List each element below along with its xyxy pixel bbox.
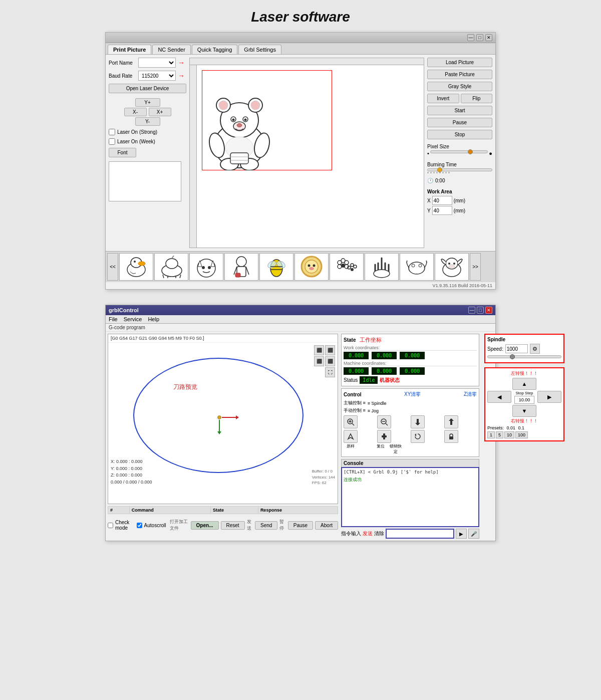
jog-right-btn[interactable]: ▶ (537, 391, 561, 403)
coord-z: Z: 0.000 : 0.000 (111, 472, 152, 479)
thumb-duck[interactable] (119, 253, 153, 281)
thumb-bull[interactable] (435, 253, 469, 281)
jog-left-btn[interactable]: ◀ (487, 391, 511, 403)
thumb-cat[interactable] (189, 253, 223, 281)
label-reset: 复位 (374, 443, 388, 454)
svg-point-31 (208, 266, 211, 269)
paste-picture-btn[interactable]: Paste Picture (427, 70, 492, 79)
console-input-row: 指令输入 发送 清除 ▶ 🎤 (341, 529, 479, 539)
preset-btn-100[interactable]: 100 (515, 431, 528, 438)
z-down-btn[interactable] (411, 415, 425, 428)
open-laser-btn[interactable]: Open Laser Device (109, 84, 186, 93)
svg-point-60 (419, 264, 422, 267)
thumb-girl[interactable] (224, 253, 258, 281)
state-section: State 工作坐标 Work coordinates: 0.000 0.000… (341, 334, 479, 386)
pixel-size-slider[interactable] (430, 150, 488, 153)
reset-btn2[interactable] (411, 430, 425, 443)
svg-point-3 (219, 101, 228, 110)
svg-rect-17 (230, 153, 248, 164)
send-btn[interactable]: Send (255, 521, 277, 530)
grbl-close-btn[interactable]: ✕ (485, 307, 492, 314)
start-btn[interactable]: Start (427, 106, 492, 115)
grbl-titlebar: grblControl — □ ✕ (106, 305, 495, 315)
direction-pad-container: Y+ X- X+ Y- (109, 98, 186, 126)
text-area[interactable] (109, 161, 181, 201)
check-mode-checkbox[interactable] (108, 523, 113, 528)
svg-point-58 (409, 262, 425, 274)
zoom-out-btn[interactable] (377, 415, 391, 428)
y-plus-btn[interactable]: Y+ (135, 98, 160, 107)
lock-btn[interactable] (444, 430, 458, 443)
tab-grbl-settings[interactable]: Grbl Settings (238, 45, 281, 54)
tab-quick-tagging[interactable]: Quick Tagging (192, 45, 238, 54)
console-mic-btn[interactable]: 🎤 (468, 529, 479, 539)
thumb-unicorn[interactable] (154, 253, 188, 281)
svg-rect-78 (382, 435, 387, 437)
work-y-input[interactable] (432, 206, 452, 215)
console-send-btn[interactable]: ▶ (456, 529, 467, 539)
grbl-canvas: [G0 G54 G17 G21 G90 G94 M5 M9 T0 F0 S0.]… (108, 334, 338, 504)
thumb-prev-btn[interactable]: << (107, 253, 118, 281)
laser-week-checkbox[interactable] (109, 138, 115, 145)
thumb-crab[interactable] (400, 253, 434, 281)
jog-presets-row: 1 5 10 100 (487, 431, 561, 438)
laser-strong-checkbox[interactable] (109, 129, 115, 135)
spindle-speed-label: Speed: (487, 346, 503, 352)
autoscroll-checkbox[interactable] (137, 523, 142, 528)
console-input-field[interactable] (386, 529, 454, 539)
maximize-btn[interactable]: □ (476, 34, 483, 41)
z-up-btn[interactable] (444, 415, 458, 428)
grbl-minimize-btn[interactable]: — (468, 307, 475, 314)
spindle-speed-input[interactable] (505, 344, 528, 353)
jog-down-btn[interactable]: ▼ (512, 405, 536, 417)
baud-rate-select[interactable]: 115200 (138, 71, 176, 81)
pause-btn[interactable]: Pause (427, 118, 492, 127)
invert-btn[interactable]: Invert (427, 94, 459, 103)
state-chinese-label: 工作坐标 (360, 336, 382, 344)
grbl-maximize-btn[interactable]: □ (477, 307, 484, 314)
flip-btn[interactable]: Flip (461, 94, 493, 103)
origin-dot (217, 415, 221, 419)
work-x-row: X (mm) (427, 196, 492, 205)
work-x-input[interactable] (432, 196, 452, 205)
thumb-flowers[interactable] (330, 253, 364, 281)
abort-btn[interactable]: Abort (315, 521, 338, 530)
burning-time-slider[interactable] (427, 168, 492, 171)
minimize-btn[interactable]: — (467, 34, 474, 41)
return-origin-btn[interactable] (344, 430, 358, 443)
spindle-jog-labels: 主轴控制 ≡ ≡ Spindle (344, 400, 477, 406)
grbl-bottom-controls: Check mode Autoscroll 打开加工文件 Open... Res… (108, 519, 338, 532)
preset-btn-1[interactable]: 1 (487, 431, 495, 438)
control-header: Control XY清零 Z清零 (344, 391, 477, 398)
menu-file[interactable]: File (109, 316, 118, 322)
thumb-next-btn[interactable]: >> (470, 253, 481, 281)
tab-print-picture[interactable]: Print Picture (108, 45, 151, 54)
load-picture-btn[interactable]: Load Picture (427, 58, 492, 67)
jog-up-btn[interactable]: ▲ (512, 378, 536, 390)
open-btn[interactable]: Open... (191, 521, 219, 530)
x-plus-btn[interactable]: X+ (149, 108, 171, 116)
close-btn[interactable]: ✕ (485, 34, 492, 41)
spindle-slider[interactable] (487, 355, 561, 358)
thumb-bee[interactable] (259, 253, 293, 281)
spindle-gear-btn[interactable]: ⚙ (530, 344, 540, 354)
jog-step-input[interactable] (514, 396, 534, 404)
reset-btn[interactable]: Reset (221, 521, 245, 530)
x-minus-btn[interactable]: X- (124, 108, 147, 116)
font-btn[interactable]: Font (109, 148, 136, 157)
pause-btn2[interactable]: Pause (288, 521, 313, 530)
menu-help[interactable]: Help (148, 316, 159, 322)
y-minus-btn[interactable]: Y- (135, 117, 160, 126)
menu-service[interactable]: Service (124, 316, 142, 322)
preset-btn-10[interactable]: 10 (504, 431, 514, 438)
tab-nc-sender[interactable]: NC Sender (152, 45, 190, 54)
gray-style-btn[interactable]: Gray Style (427, 82, 492, 91)
port-name-select[interactable] (138, 58, 176, 68)
thumb-hand[interactable] (365, 253, 399, 281)
thumb-lion[interactable] (294, 253, 329, 281)
tool-btn[interactable] (377, 430, 391, 443)
preset-btn-5[interactable]: 5 (496, 431, 503, 438)
col-command: Command (129, 507, 210, 514)
stop-btn[interactable]: Stop (427, 130, 492, 139)
zoom-in-btn[interactable] (344, 415, 358, 428)
